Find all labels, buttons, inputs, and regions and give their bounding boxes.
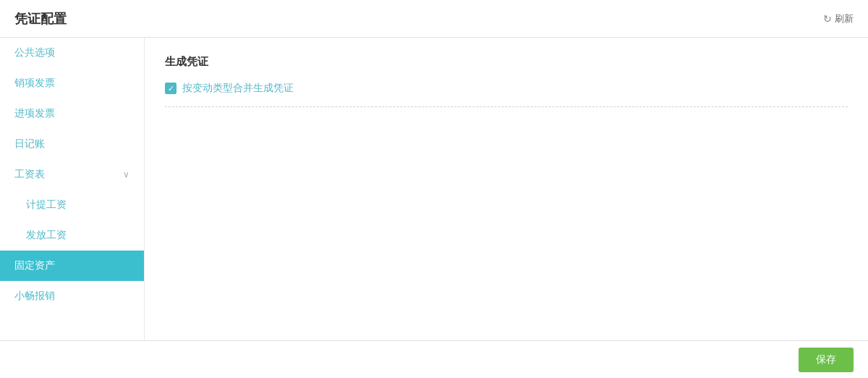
- sidebar-item-public-options[interactable]: 公共选项: [0, 38, 144, 68]
- merge-checkbox-label[interactable]: 按变动类型合并生成凭证: [182, 82, 294, 95]
- sidebar-item-label: 工资表: [14, 168, 45, 181]
- refresh-label: 刷新: [835, 12, 854, 25]
- sidebar: 公共选项 销项发票 进项发票 日记账 工资表 ∨ 计提工资 发放工资 固定资: [0, 38, 145, 340]
- section-title: 生成凭证: [165, 55, 848, 69]
- sidebar-item-label: 固定资产: [14, 259, 55, 272]
- sidebar-item-journal[interactable]: 日记账: [0, 129, 144, 159]
- footer: 保存: [0, 340, 868, 378]
- section-divider: [165, 106, 848, 107]
- sidebar-item-fixed-assets[interactable]: 固定资产: [0, 251, 144, 281]
- sidebar-item-purchase-invoice[interactable]: 进项发票: [0, 98, 144, 129]
- header: 凭证配置 ↻ 刷新: [0, 0, 868, 38]
- page-wrapper: 凭证配置 ↻ 刷新 公共选项 销项发票 进项发票 日记账 工资表 ∨: [0, 0, 868, 378]
- page-title: 凭证配置: [14, 10, 67, 28]
- sidebar-item-label: 公共选项: [14, 46, 55, 59]
- content-area: 公共选项 销项发票 进项发票 日记账 工资表 ∨ 计提工资 发放工资 固定资: [0, 38, 868, 340]
- sidebar-item-accrual-salary[interactable]: 计提工资: [0, 190, 144, 220]
- sidebar-item-pay-salary[interactable]: 发放工资: [0, 220, 144, 251]
- sidebar-item-label: 销项发票: [14, 77, 55, 90]
- refresh-icon: ↻: [823, 13, 832, 25]
- sidebar-item-label: 发放工资: [26, 229, 67, 242]
- sidebar-item-payroll-table[interactable]: 工资表 ∨: [0, 159, 144, 190]
- sidebar-item-sales-invoice[interactable]: 销项发票: [0, 68, 144, 98]
- save-button[interactable]: 保存: [799, 348, 854, 372]
- sidebar-item-label: 进项发票: [14, 107, 55, 120]
- checkbox-row: 按变动类型合并生成凭证: [165, 82, 848, 95]
- merge-checkbox[interactable]: [165, 83, 176, 94]
- sidebar-item-expense-report[interactable]: 小畅报销: [0, 281, 144, 311]
- chevron-down-icon: ∨: [123, 169, 129, 180]
- refresh-button[interactable]: ↻ 刷新: [823, 12, 854, 25]
- sidebar-item-label: 计提工资: [26, 198, 67, 211]
- sidebar-item-label: 小畅报销: [14, 290, 55, 303]
- sidebar-item-label: 日记账: [14, 138, 45, 151]
- main-content: 生成凭证 按变动类型合并生成凭证: [145, 38, 868, 340]
